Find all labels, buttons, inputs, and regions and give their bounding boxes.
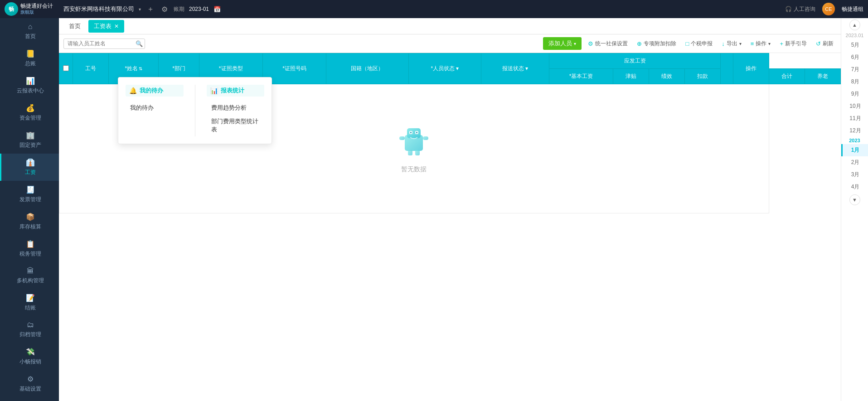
th-performance: 绩效 [649, 69, 684, 84]
top-bar: 畅 畅捷通好会计 旗舰版 西安虾米网络科技有限公司 ▾ ＋ ⚙ 账期 2023-… [0, 0, 868, 18]
help-button[interactable]: 🎧 人工咨询 [785, 5, 815, 13]
avatar: CE [822, 3, 835, 15]
timeline-month-3[interactable]: 3月 [841, 169, 868, 181]
sidebar-item-guide[interactable]: ▶ 新手引导 [0, 397, 59, 401]
timeline-month-12[interactable]: 12月 [841, 125, 868, 137]
refresh-icon: ↺ [816, 40, 821, 47]
popup-col-reports: 📊 报表统计 费用趋势分析 部门费用类型统计表 [207, 85, 265, 136]
special-deduction-button[interactable]: ⊕ 专项附加扣除 [634, 38, 679, 49]
tab-salary[interactable]: 工资表 ✕ [88, 20, 124, 33]
timeline-month-2[interactable]: 2月 [841, 156, 868, 169]
social-insurance-label: 统一社保设置 [595, 40, 628, 48]
popup-item-expense-trend[interactable]: 费用趋势分析 [207, 101, 265, 115]
export-dropdown-icon: ▾ [739, 41, 742, 46]
todo-icon: 🔔 [129, 87, 137, 94]
sidebar-label-home: 首页 [25, 33, 36, 40]
timeline-month-1[interactable]: 1月 [841, 144, 868, 156]
salary-icon: 👔 [26, 158, 35, 167]
sidebar-item-salary[interactable]: 👔 工资 [0, 154, 59, 181]
search-icon[interactable]: 🔍 [136, 40, 143, 47]
timeline-month-8[interactable]: 8月 [841, 76, 868, 88]
tab-home[interactable]: 首页 [63, 20, 86, 33]
social-insurance-icon: ⚙ [588, 40, 593, 47]
sidebar-label-invoice: 发票管理 [19, 196, 41, 203]
select-all-checkbox[interactable] [63, 65, 69, 71]
close-tab-icon[interactable]: ✕ [114, 23, 119, 29]
submit-status-filter-icon[interactable]: ▾ [525, 65, 528, 72]
sidebar-label-assets: 固定资产 [19, 141, 41, 149]
th-base-salary: *基本工资 [549, 69, 613, 84]
refresh-label: 刷新 [823, 40, 834, 48]
logo-sub: 旗舰版 [20, 9, 53, 15]
sidebar-item-invoice[interactable]: 🧾 发票管理 [0, 181, 59, 208]
toolbar: 🔍 添加人员 ▾ ⚙ 统一社保设置 ⊕ 专项附加扣除 □ 个税申报 ↓ 导出 [59, 34, 841, 53]
sidebar-item-report[interactable]: 📊 云报表中心 [0, 72, 59, 99]
th-submit-status[interactable]: 报送状态 ▾ [481, 53, 549, 84]
th-name-sort[interactable]: *姓名 ⇅ [125, 65, 142, 72]
timeline-month-9[interactable]: 9月 [841, 88, 868, 100]
timeline-month-7[interactable]: 7月 [841, 63, 868, 76]
sidebar-item-settings[interactable]: ⚙ 基础设置 [0, 370, 59, 397]
sidebar-item-multi-org[interactable]: 🏛 多机构管理 [0, 262, 59, 289]
social-insurance-button[interactable]: ⚙ 统一社保设置 [585, 38, 630, 49]
period-label: 账期 [174, 5, 184, 13]
tax-declaration-button[interactable]: □ 个税申报 [683, 38, 715, 49]
sidebar-item-expense[interactable]: 💸 小畅报销 [0, 343, 59, 370]
popup-reports-label: 报表统计 [221, 87, 244, 95]
select-all-header[interactable] [59, 53, 73, 84]
add-person-button[interactable]: 添加人员 ▾ [543, 37, 582, 50]
sidebar-item-tax[interactable]: 📋 税务管理 [0, 235, 59, 262]
guide-button[interactable]: + 新手引导 [777, 38, 810, 49]
user-name[interactable]: 畅捷通组 [842, 5, 863, 13]
sidebar-label-finance: 资金管理 [19, 114, 41, 122]
tab-salary-label: 工资表 [94, 22, 112, 30]
settings-button[interactable]: ⚙ [160, 4, 169, 15]
th-salary-group: 应发工资 [549, 53, 721, 69]
timeline-month-10[interactable]: 10月 [841, 100, 868, 112]
expense-icon: 💸 [26, 348, 35, 356]
th-operations: 操作 [733, 53, 769, 84]
sidebar-label-close-period: 结账 [25, 304, 36, 312]
popup-divider [195, 85, 195, 136]
empty-text: 暂无数据 [401, 165, 427, 174]
sidebar-item-ledger[interactable]: 📒 总账 [0, 45, 59, 72]
add-company-button[interactable]: ＋ [145, 3, 155, 15]
sidebar-item-archive[interactable]: 🗂 归档管理 [0, 316, 59, 343]
home-icon: ⌂ [28, 23, 33, 31]
th-person-status[interactable]: *人员状态 ▾ [408, 53, 481, 84]
sidebar-item-inventory[interactable]: 📦 库存核算 [0, 208, 59, 235]
person-status-filter-icon[interactable]: ▾ [456, 65, 459, 72]
operations-button[interactable]: ≡ 操作 ▾ [748, 38, 774, 49]
finance-icon: 💰 [26, 104, 35, 112]
refresh-button[interactable]: ↺ 刷新 [813, 38, 836, 49]
timeline-year-label: 2023.01 [846, 32, 864, 39]
period-value[interactable]: 2023-01 [189, 6, 209, 12]
search-input[interactable] [68, 40, 136, 47]
calendar-icon[interactable]: 📅 [213, 6, 221, 13]
th-employee-no: 工号 [73, 53, 109, 84]
company-name[interactable]: 西安虾米网络科技有限公司 [63, 5, 134, 13]
sidebar-label-tax: 税务管理 [19, 250, 41, 258]
sidebar-item-finance[interactable]: 💰 资金管理 [0, 99, 59, 126]
sidebar-item-home[interactable]: ⌂ 首页 [0, 18, 59, 45]
export-button[interactable]: ↓ 导出 ▾ [719, 38, 744, 49]
timeline-down-button[interactable]: ▼ [849, 194, 860, 205]
popup-item-dept-expense[interactable]: 部门费用类型统计表 [207, 115, 265, 136]
sidebar-item-assets[interactable]: 🏢 固定资产 [0, 126, 59, 154]
timeline-month-4[interactable]: 4月 [841, 181, 868, 193]
popup-col-reports-title: 📊 报表统计 [207, 85, 265, 97]
logo-area: 畅 畅捷通好会计 旗舰版 [5, 2, 59, 16]
timeline-up-button[interactable]: ▲ [849, 19, 860, 30]
logo-icon: 畅 [5, 2, 18, 16]
timeline-month-11[interactable]: 11月 [841, 112, 868, 125]
company-dropdown-icon[interactable]: ▾ [139, 7, 141, 12]
popup-item-my-todo[interactable]: 我的待办 [126, 101, 184, 115]
reports-icon: 📊 [210, 87, 218, 94]
timeline-month-5[interactable]: 5月 [841, 39, 868, 51]
th-allowance: 津贴 [613, 69, 649, 84]
help-label: 人工咨询 [794, 5, 815, 13]
timeline-month-6[interactable]: 6月 [841, 51, 868, 63]
special-deduction-icon: ⊕ [637, 40, 642, 47]
sidebar-item-close-period[interactable]: 📝 结账 [0, 289, 59, 316]
th-nationality: 国籍（地区） [326, 53, 409, 84]
